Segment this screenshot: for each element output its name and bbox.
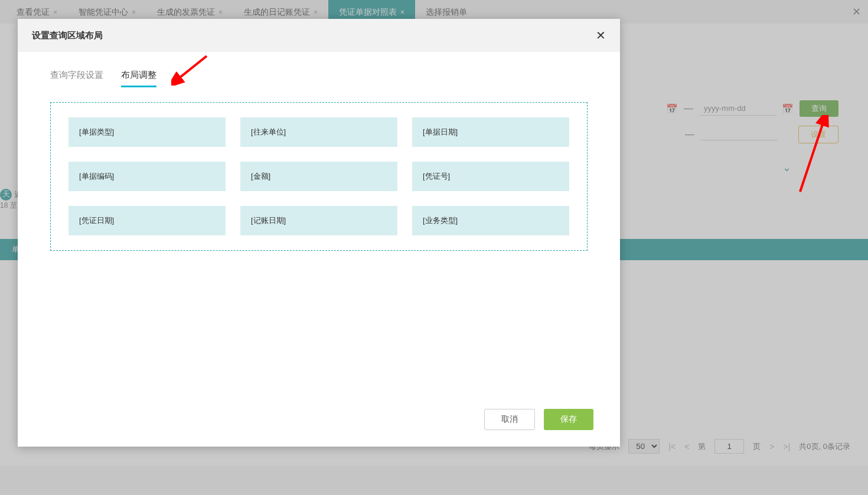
modal-tabs: 查询字段设置 布局调整 — [50, 70, 588, 87]
layout-settings-modal: 设置查询区域布局 ✕ 查询字段设置 布局调整 [单据类型] [往来单位] [单据… — [18, 19, 620, 447]
modal-header: 设置查询区域布局 ✕ — [18, 19, 620, 52]
field-chip-doc-type[interactable]: [单据类型] — [68, 117, 226, 147]
tab-layout-adjust[interactable]: 布局调整 — [121, 70, 156, 87]
field-chip-voucher-date[interactable]: [凭证日期] — [68, 206, 226, 235]
layout-drop-area[interactable]: [单据类型] [往来单位] [单据日期] [单据编码] [金额] [凭证号] [… — [50, 102, 588, 251]
cancel-button[interactable]: 取消 — [484, 409, 535, 430]
modal-footer: 取消 保存 — [18, 398, 620, 447]
close-icon[interactable]: ✕ — [596, 28, 606, 42]
field-chip-doc-date[interactable]: [单据日期] — [412, 117, 569, 147]
field-chip-amount[interactable]: [金额] — [240, 162, 397, 191]
save-button[interactable]: 保存 — [544, 409, 593, 430]
modal-title: 设置查询区域布局 — [32, 30, 103, 41]
field-chip-biz-type[interactable]: [业务类型] — [412, 206, 569, 235]
tab-query-field-settings[interactable]: 查询字段设置 — [50, 70, 103, 87]
field-chip-doc-code[interactable]: [单据编码] — [68, 162, 226, 191]
field-chip-voucher-no[interactable]: [凭证号] — [412, 162, 569, 191]
field-chip-partner[interactable]: [往来单位] — [240, 117, 397, 147]
field-chip-posting-date[interactable]: [记账日期] — [240, 206, 397, 235]
